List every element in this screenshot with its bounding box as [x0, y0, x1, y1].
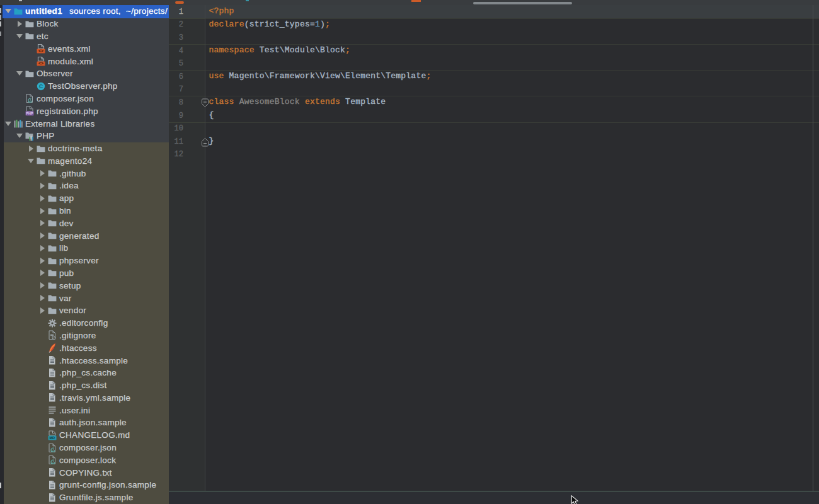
svg-text:MD: MD [50, 436, 55, 440]
svg-text:<>: <> [38, 49, 43, 54]
svg-text:<>: <> [38, 62, 43, 66]
svg-text:C: C [39, 83, 43, 89]
svg-text:PHP: PHP [26, 112, 33, 115]
